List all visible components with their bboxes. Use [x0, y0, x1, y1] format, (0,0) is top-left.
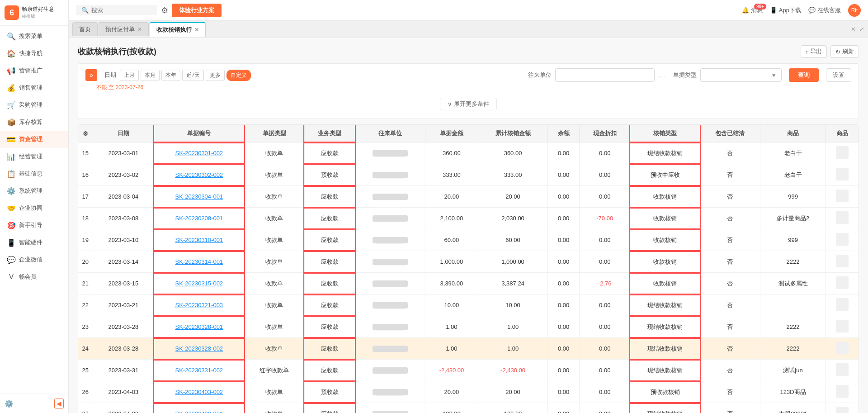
table-row: 18 2023-03-08 SK-20230308-001 收款单 应收款 ██…: [78, 208, 859, 229]
filter-expand-icon[interactable]: »: [85, 69, 97, 81]
row-write-off-type: 收款核销: [630, 208, 700, 229]
home-icon: 🏠: [7, 49, 15, 57]
counterparty-select[interactable]: [555, 68, 655, 82]
row-counterparty: ████████: [355, 338, 425, 360]
row-date: 2023-03-08: [93, 208, 154, 229]
expand-more-conditions-button[interactable]: ∨ 展开更多条件: [440, 98, 497, 110]
expand-tab-icon[interactable]: ⤢: [859, 26, 864, 33]
page-title: 收款核销执行(按收款): [78, 46, 156, 57]
sidebar-item-purchase[interactable]: 🛒 采购管理: [0, 96, 68, 114]
col-write-off-type: 核销类型: [630, 125, 700, 142]
doc-no-link[interactable]: SK-20230331-002: [175, 367, 223, 374]
row-no: 25: [78, 360, 93, 381]
sidebar-item-inventory[interactable]: 📦 库存核算: [0, 114, 68, 131]
row-product: 2222: [760, 316, 826, 338]
row-write-off-type: 收款核销: [630, 186, 700, 208]
row-cash-discount: -70.00: [580, 208, 630, 229]
doc-no-link[interactable]: SK-20230321-003: [175, 302, 223, 309]
doc-no-link[interactable]: SK-20230315-002: [175, 280, 223, 287]
sidebar-item-finance[interactable]: 💳 资金管理: [0, 131, 68, 148]
tab-home[interactable]: 首页: [72, 22, 98, 36]
search-input[interactable]: [91, 7, 146, 14]
sidebar-item-search[interactable]: 🔍 搜索菜单: [0, 28, 68, 45]
settings-icon[interactable]: ⚙: [161, 5, 168, 15]
doc-no-link[interactable]: SK-20230304-001: [175, 193, 223, 200]
doc-no-link[interactable]: SK-20230314-001: [175, 258, 223, 265]
doc-no-link[interactable]: SK-20230408-001: [175, 410, 223, 413]
notification-item[interactable]: 🔔 消息 99+: [742, 6, 763, 14]
sidebar-item-marketing[interactable]: 📢 营销推广: [0, 62, 68, 79]
filter-dots: ...: [658, 72, 666, 79]
row-product2: [826, 208, 859, 229]
sidebar-item-operation[interactable]: 📊 经营管理: [0, 148, 68, 165]
date-btn-this-month[interactable]: 本月: [141, 70, 160, 81]
solution-button[interactable]: 体验行业方案: [172, 4, 222, 17]
sidebar-item-guide[interactable]: 🎯 新手引导: [0, 217, 68, 234]
date-btn-last-month[interactable]: 上月: [120, 70, 139, 81]
row-balance: 0.00: [548, 316, 580, 338]
row-product: 123D商品: [760, 381, 826, 403]
date-btn-custom[interactable]: 自定义: [226, 70, 251, 81]
tab-close-receipt[interactable]: ✕: [194, 27, 199, 33]
doc-no-link[interactable]: SK-20230308-001: [175, 215, 223, 222]
avatar[interactable]: Rit: [848, 4, 861, 17]
row-product2: [826, 294, 859, 316]
doc-no-link[interactable]: SK-20230328-001: [175, 323, 223, 330]
row-cash-discount: 0.00: [580, 338, 630, 360]
row-date: 2023-03-01: [93, 142, 154, 164]
row-no: 16: [78, 164, 93, 186]
export-button[interactable]: ↑ 导出: [801, 45, 827, 58]
doc-no-link[interactable]: SK-20230302-002: [175, 171, 223, 178]
row-no: 18: [78, 208, 93, 229]
close-all-icon[interactable]: ✕: [851, 26, 856, 33]
doc-no-link[interactable]: SK-20230301-002: [175, 150, 223, 157]
row-no: 19: [78, 229, 93, 251]
row-doc-no: SK-20230328-002: [154, 338, 244, 360]
row-accumulated: 360.00: [478, 142, 547, 164]
doc-no-link[interactable]: SK-20230310-001: [175, 237, 223, 243]
sidebar-item-corp[interactable]: 🤝 企业协同: [0, 199, 68, 217]
row-date: 2023-03-15: [93, 273, 154, 294]
row-counterparty: ████████: [355, 142, 425, 164]
sidebar-item-member[interactable]: V 畅会员: [0, 268, 68, 285]
top-search-box[interactable]: 🔍: [76, 5, 157, 15]
row-doc-no: SK-20230331-002: [154, 360, 244, 381]
sidebar-item-sales[interactable]: 💰 销售管理: [0, 79, 68, 96]
doc-no-link[interactable]: SK-20230328-002: [175, 345, 223, 352]
row-amount: 20.00: [425, 381, 478, 403]
sidebar-item-basic[interactable]: 📋 基础信息: [0, 165, 68, 182]
row-cash-discount: 0.00: [580, 186, 630, 208]
search-icon: 🔍: [7, 32, 15, 40]
online-service-item[interactable]: 💬 在线客服: [808, 6, 841, 14]
row-doc-type: 红字收款单: [244, 360, 304, 381]
table-scroll[interactable]: ⚙ 日期 单据编号 单据类型 业务类型 往来单位 单据金额 累计核销金额 余额 …: [78, 125, 859, 413]
date-btn-this-year[interactable]: 本年: [161, 70, 180, 81]
app-download-item[interactable]: 📱 App下载: [770, 6, 801, 14]
sidebar-item-quicknav[interactable]: 🏠 快捷导航: [0, 45, 68, 62]
settings-button[interactable]: 设置: [826, 68, 851, 82]
sidebar-item-wechat[interactable]: 💬 企业微信: [0, 251, 68, 268]
sidebar-item-hardware[interactable]: 📱 智能硬件: [0, 234, 68, 251]
row-include-settled: 否: [700, 208, 760, 229]
row-doc-no: SK-20230310-001: [154, 229, 244, 251]
settings-bottom-icon[interactable]: ⚙️: [5, 399, 14, 408]
filter-receipt-type-group: 单据类型 ▼: [673, 68, 782, 82]
inventory-icon: 📦: [7, 118, 15, 126]
refresh-button[interactable]: ↻ 刷新: [830, 45, 859, 58]
row-date: 2023-03-02: [93, 164, 154, 186]
tab-close-prepay[interactable]: ✕: [137, 26, 142, 33]
col-settings[interactable]: ⚙: [78, 125, 93, 142]
row-biz-type: 应收款: [304, 360, 355, 381]
doc-no-link[interactable]: SK-20230403-002: [175, 389, 223, 395]
date-btn-7days[interactable]: 近7天: [182, 70, 204, 81]
sidebar-item-system[interactable]: ⚙️ 系统管理: [0, 182, 68, 199]
table-row: 27 2023-04-08 SK-20230408-001 收款单 应收款 ██…: [78, 403, 859, 413]
table-row: 15 2023-03-01 SK-20230301-002 收款单 应收款 ██…: [78, 142, 859, 164]
row-date: 2023-04-08: [93, 403, 154, 413]
receipt-type-select[interactable]: ▼: [700, 68, 782, 82]
tab-receipt[interactable]: 收款核销执行 ✕: [150, 22, 206, 37]
tab-prepay[interactable]: 预付应付单 ✕: [99, 22, 149, 36]
query-button[interactable]: 查询: [789, 68, 819, 82]
sidebar-collapse-btn[interactable]: ◀: [54, 399, 64, 408]
date-btn-more[interactable]: 更多: [206, 70, 225, 81]
